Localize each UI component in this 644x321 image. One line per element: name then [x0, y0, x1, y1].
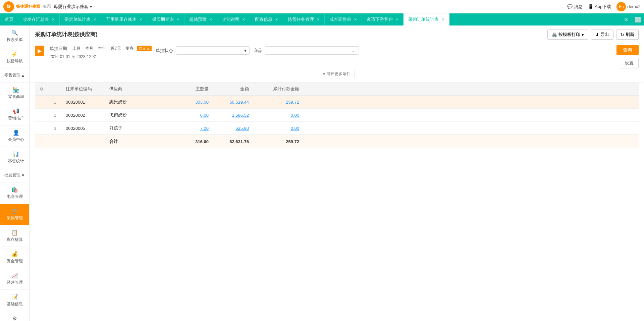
tab-close-cost-adjust[interactable]: ✕	[354, 17, 357, 22]
table-footer: 合计 316.00 62,631.76 259.72	[35, 135, 639, 148]
row2-index: 2	[48, 109, 62, 122]
member-icon: 👤	[13, 129, 19, 136]
status-select[interactable]: ▾	[176, 46, 250, 55]
settings-button[interactable]: 设置	[620, 58, 639, 68]
template-print-button[interactable]: 🖨️ 按模板打印 ▾	[547, 30, 588, 40]
row3-qty[interactable]: 7.00	[172, 122, 213, 135]
tab-close-available-stock[interactable]: ✕	[139, 17, 142, 22]
sidebar-item-operations[interactable]: 📈 经营管理	[0, 268, 29, 290]
workspace-dropdown-icon[interactable]: ▾	[90, 4, 92, 9]
app-download-label: App下载	[595, 4, 611, 10]
shortcut-this-year[interactable]: 本年	[97, 45, 107, 52]
tab-close-expiry-query[interactable]: ✕	[176, 17, 179, 22]
filter-toggle-button[interactable]: ▶	[35, 46, 44, 56]
sidebar-item-system[interactable]: ⚙ 系统管理	[0, 311, 29, 321]
row3-index: 3	[48, 122, 62, 135]
tab-invite-downstream[interactable]: 邀请下游客户 ✕	[362, 13, 404, 25]
refresh-label: 刷新	[626, 32, 634, 38]
shortcut-7days[interactable]: 近7天	[109, 45, 122, 52]
status-filter-group: 单据状态 ▾	[156, 46, 250, 55]
sidebar-item-search[interactable]: 🔍 搜索英单	[0, 25, 29, 47]
tab-available-stock[interactable]: 可用量库存账本 ✕	[101, 13, 147, 25]
tab-home[interactable]: 首页	[0, 13, 18, 25]
workspace-selector[interactable]: 母婴行业演示账套 ▾	[54, 4, 92, 10]
row1-qty[interactable]: 303.00	[172, 96, 213, 109]
sidebar-label-retail-mall: 零售商城	[8, 94, 24, 100]
top-bar-right: 💬 消息 📱 App下载 Ea demo2	[567, 2, 641, 11]
export-button[interactable]: ⬇ 导出	[591, 30, 613, 40]
sidebar-item-finance[interactable]: 💰 资金管理	[0, 247, 29, 268]
refresh-button[interactable]: ↻ 刷新	[616, 30, 639, 40]
sidebar-item-member[interactable]: 👤 会员中心	[0, 125, 29, 147]
logo-icon: 好	[3, 1, 14, 12]
user-avatar: Ea	[616, 2, 626, 11]
row1-extra	[303, 96, 639, 109]
shortcut-this-month[interactable]: 本月	[84, 45, 95, 52]
sidebar-item-retail-mall[interactable]: 🏪 零售商城	[0, 83, 29, 104]
sidebar-label-basic-info: 基础信息	[7, 301, 23, 307]
row2-paid[interactable]: 0.00	[253, 109, 303, 122]
sidebar-item-marketing[interactable]: 📢 营销推广	[0, 104, 29, 125]
tab-close-function-desc[interactable]: ✕	[242, 17, 245, 22]
goods-input[interactable]: …	[265, 46, 359, 55]
tab-overstock-warning[interactable]: 超储预警 ✕	[184, 13, 217, 25]
retail-label: 零售管理	[4, 72, 20, 78]
sidebar-item-retail[interactable]: 零售管理 ▲	[0, 68, 29, 83]
tab-receive-summary[interactable]: 收发存汇总表 ✕	[18, 13, 60, 25]
expand-conditions-button[interactable]: ▾ 展开更多条件	[319, 70, 355, 78]
row3-gear	[35, 122, 48, 135]
row1-amount[interactable]: 60,519.44	[213, 96, 253, 109]
shortcut-more[interactable]: 更多	[124, 45, 135, 52]
sidebar-label-finance: 资金管理	[7, 258, 23, 264]
tab-purchase-order-summary[interactable]: 采购订单统计表 ✕	[404, 13, 449, 25]
tab-close-purchase-order[interactable]: ✕	[441, 17, 444, 22]
filter-actions: 查询 设置	[610, 45, 639, 68]
sidebar-item-basic-info[interactable]: 📝 基础信息	[0, 290, 29, 311]
sidebar: 🔍 搜索英单 ⚡ 快捷导航 零售管理 ▲ 🏪 零售商城 📢 营销推广 👤 会员中…	[0, 25, 30, 321]
tab-close-receive-summary[interactable]: ✕	[52, 17, 55, 22]
tab-cost-adjust[interactable]: 成本调整单 ✕	[325, 13, 362, 25]
query-button[interactable]: 查询	[616, 45, 639, 55]
message-button[interactable]: 💬 消息	[567, 4, 583, 10]
sidebar-item-retail-stats[interactable]: 📊 零售统计	[0, 147, 29, 168]
row1-index: 1	[48, 96, 62, 109]
sidebar-item-ecommerce[interactable]: 🛍️ 电商管理	[0, 182, 29, 204]
username: demo2	[627, 4, 641, 9]
tab-close-purchase-summary[interactable]: ✕	[93, 17, 96, 22]
maximize-button[interactable]: ⬜	[632, 13, 644, 25]
row3-paid[interactable]: 0.00	[253, 122, 303, 135]
sidebar-item-inventory[interactable]: 📋 库存核算	[0, 225, 29, 247]
close-tab-button[interactable]: ✕	[620, 13, 632, 25]
sidebar-item-purchase[interactable]: 🛒 采购管理	[0, 204, 29, 225]
sidebar-label-operations: 经营管理	[7, 280, 23, 285]
table-row: 1 00020001 惠氏奶粉 303.00 60,519.44 259.72	[35, 96, 639, 109]
page-title: 采购订单统计表(按供应商)	[35, 31, 98, 38]
tab-close-invite[interactable]: ✕	[395, 17, 398, 22]
tab-expiry-query[interactable]: 保质期查询 ✕	[147, 13, 184, 25]
basic-info-icon: 📝	[11, 294, 18, 300]
row3-amount[interactable]: 525.80	[213, 122, 253, 135]
user-initial: Ea	[619, 4, 624, 9]
tab-close-pickup-tasks[interactable]: ✕	[317, 17, 320, 22]
shortcut-last-month[interactable]: 上月	[71, 45, 82, 52]
retail-stats-icon: 📊	[13, 151, 19, 157]
tab-pickup-tasks[interactable]: 拣货任务管理 ✕	[283, 13, 325, 25]
top-bar-left: 好 畅捷通好生意 标题 母婴行业演示账套 ▾	[3, 1, 92, 12]
user-area[interactable]: Ea demo2	[616, 2, 641, 11]
row1-unit-code: 00020001	[62, 96, 105, 109]
data-table: ⚙ 往来单位编码 供应商 主数量 金额 累计付款金额 1	[35, 83, 639, 148]
tab-function-desc[interactable]: 功能说明 ✕	[217, 13, 250, 25]
column-settings-icon[interactable]: ⚙	[40, 87, 44, 92]
sidebar-item-wholesale[interactable]: 批发管理 ▼	[0, 168, 29, 182]
tab-close-config-info[interactable]: ✕	[275, 17, 278, 22]
row2-qty[interactable]: 6.00	[172, 109, 213, 122]
row2-amount[interactable]: 1,586.52	[213, 109, 253, 122]
sidebar-item-quick-nav[interactable]: ⚡ 快捷导航	[0, 47, 29, 68]
row1-paid[interactable]: 259.72	[253, 96, 303, 109]
app-download-button[interactable]: 📱 App下载	[588, 4, 611, 10]
date-range-value: 2016-01-01 至 2023-12-31	[50, 54, 97, 60]
tab-close-overstock[interactable]: ✕	[209, 17, 212, 22]
tab-purchase-summary[interactable]: 要货单统计表 ✕	[60, 13, 101, 25]
tab-config-info[interactable]: 配置信息 ✕	[250, 13, 283, 25]
expand-icon: ▾	[323, 72, 325, 76]
